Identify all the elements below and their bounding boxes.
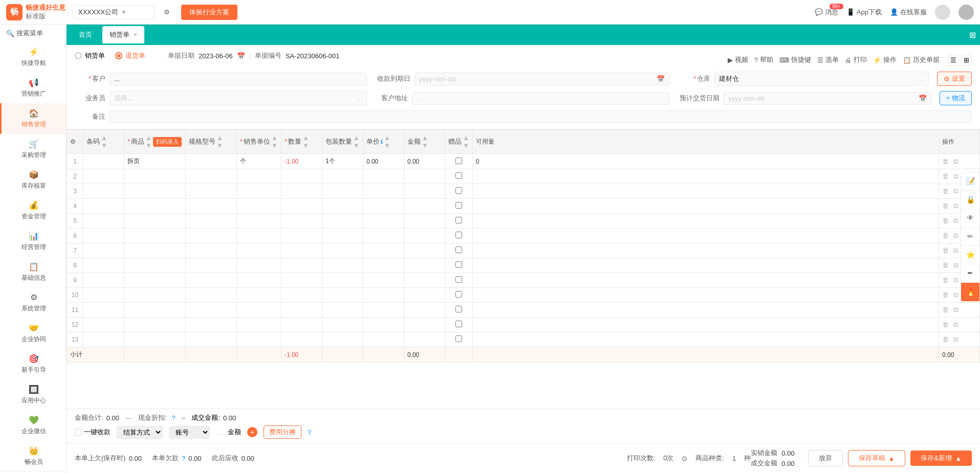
gift-checkbox[interactable] [455, 217, 462, 223]
copy-icon[interactable]: ⧉ [953, 217, 958, 224]
cell-amount[interactable] [404, 303, 445, 318]
sort-amount[interactable]: ▲▼ [422, 134, 428, 149]
cell-price[interactable] [363, 214, 404, 229]
cell-amount[interactable] [404, 318, 445, 332]
cell-amount[interactable] [404, 169, 445, 184]
notes-input[interactable] [110, 110, 972, 123]
sidebar-item-wechat[interactable]: 💚 企业微信 [0, 410, 66, 441]
salesperson-input[interactable]: 选择... ... [110, 91, 367, 105]
cell-qty[interactable] [281, 199, 322, 214]
delete-icon[interactable]: 🗑 [942, 261, 949, 269]
cell-gift[interactable] [445, 229, 472, 243]
sidebar-item-quick-nav[interactable]: ⚡ 快捷导航 [0, 42, 66, 73]
delete-icon[interactable]: 🗑 [942, 306, 949, 313]
cell-price[interactable] [363, 258, 404, 273]
debit-info-icon[interactable]: ? [182, 455, 185, 462]
sort-unit[interactable]: ▲▼ [271, 134, 278, 149]
cell-qty[interactable] [281, 229, 322, 243]
payment-method-select[interactable]: 结算方式 [117, 426, 163, 439]
cell-spec[interactable] [186, 273, 237, 288]
fee-help-icon[interactable]: ? [308, 429, 311, 436]
gift-checkbox[interactable] [455, 246, 462, 253]
copy-icon[interactable]: ⧉ [953, 261, 958, 269]
rf-star-icon[interactable]: ⭐ [961, 246, 979, 264]
gift-checkbox[interactable] [455, 335, 462, 342]
cell-spec[interactable] [186, 229, 237, 243]
delete-icon[interactable]: 🗑 [942, 232, 949, 239]
gift-checkbox[interactable] [455, 291, 462, 298]
cell-unit[interactable] [237, 243, 281, 258]
cell-product[interactable] [124, 169, 186, 184]
gift-checkbox[interactable] [455, 232, 462, 238]
cell-amount[interactable] [404, 243, 445, 258]
cell-amount[interactable] [404, 184, 445, 199]
sidebar-item-basic[interactable]: 📋 基础信息 [0, 257, 66, 287]
cell-pkg-qty[interactable] [322, 273, 363, 288]
cell-spec[interactable] [186, 154, 237, 169]
cell-spec[interactable] [186, 318, 237, 332]
logistics-button[interactable]: + 物流 [940, 91, 972, 105]
sidebar-item-marketing[interactable]: 📢 营销推广 [0, 73, 66, 103]
copy-icon[interactable]: ⧉ [953, 321, 958, 328]
cell-qty[interactable]: -1.00 [281, 154, 322, 169]
copy-icon[interactable]: ⧉ [953, 172, 958, 180]
cell-qty[interactable] [281, 169, 322, 184]
cell-qty[interactable] [281, 318, 322, 332]
customer-addr-input[interactable]: ... [412, 92, 669, 105]
sidebar-item-apps[interactable]: 🔲 应用中心 [0, 379, 66, 410]
cell-gift[interactable] [445, 243, 472, 258]
cell-price[interactable] [363, 243, 404, 258]
cell-amount[interactable] [404, 258, 445, 273]
cell-amount[interactable]: 0.00 [404, 154, 445, 169]
rf-edit-icon[interactable]: 📝 [961, 172, 979, 191]
cell-spec[interactable] [186, 303, 237, 318]
cell-unit[interactable] [237, 169, 281, 184]
account-select[interactable]: 账号 [169, 426, 210, 439]
cell-amount[interactable] [404, 273, 445, 288]
rf-pen-icon[interactable]: ✏ [961, 228, 979, 246]
copy-icon[interactable]: ⧉ [953, 335, 958, 343]
delete-icon[interactable]: 🗑 [942, 246, 949, 254]
cell-gift[interactable] [445, 318, 472, 332]
cell-gift[interactable] [445, 214, 472, 229]
settings-icon[interactable]: ⚙ [159, 4, 175, 20]
sort-product[interactable]: ▲▼ [145, 134, 152, 149]
cell-spec[interactable] [186, 258, 237, 273]
radio-return-order[interactable]: 退货单 [115, 51, 145, 60]
add-payment-button[interactable]: + [247, 427, 257, 437]
cell-qty[interactable] [281, 184, 322, 199]
gift-checkbox[interactable] [455, 261, 462, 268]
cell-unit[interactable] [237, 258, 281, 273]
view-toggle-list[interactable]: ☰ [948, 55, 959, 65]
cell-pkg-qty[interactable] [322, 303, 363, 318]
copy-icon[interactable]: ⧉ [953, 157, 958, 165]
tab-sales-order[interactable]: 销货单 × [102, 26, 144, 43]
tab-bar-maximize[interactable]: ⊠ [969, 30, 976, 40]
cell-price[interactable] [363, 169, 404, 184]
cell-spec[interactable] [186, 332, 237, 347]
delete-icon[interactable]: 🗑 [942, 187, 949, 195]
price-info-icon[interactable]: ℹ [381, 139, 383, 145]
cell-pkg-qty[interactable] [322, 169, 363, 184]
message-btn[interactable]: 💬 消息 99+ [815, 8, 838, 17]
copy-icon[interactable]: ⧉ [953, 306, 958, 313]
cell-unit[interactable] [237, 332, 281, 347]
sidebar-item-finance[interactable]: 💰 资金管理 [0, 195, 66, 226]
gift-checkbox[interactable] [455, 172, 462, 179]
app-download-btn[interactable]: 📱 App下载 [846, 8, 882, 17]
cell-pkg-qty[interactable] [322, 332, 363, 347]
cell-product[interactable] [124, 243, 186, 258]
copy-icon[interactable]: ⧉ [953, 232, 958, 239]
cell-barcode[interactable] [83, 229, 124, 243]
sidebar-item-member[interactable]: 👑 畅会员 [0, 441, 66, 471]
cell-price[interactable] [363, 288, 404, 303]
cell-gift[interactable] [445, 273, 472, 288]
cell-pkg-qty[interactable] [322, 214, 363, 229]
delete-icon[interactable]: 🗑 [942, 276, 949, 284]
cell-gift[interactable] [445, 169, 472, 184]
cell-product[interactable] [124, 318, 186, 332]
expected-date-input[interactable]: yyyy-mm-dd 📅 [724, 92, 931, 105]
gift-checkbox[interactable] [455, 276, 462, 283]
sidebar-item-inventory[interactable]: 📦 库存核算 [0, 165, 66, 195]
cell-gift[interactable] [445, 303, 472, 318]
